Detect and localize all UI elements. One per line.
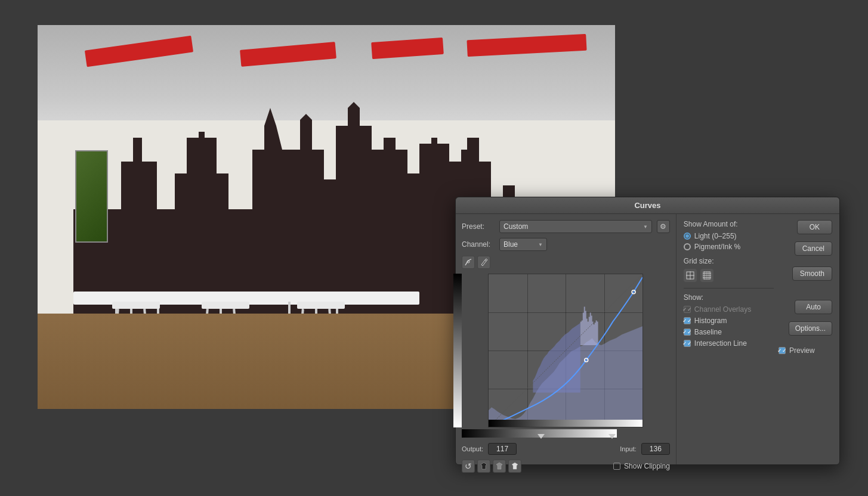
channel-dropdown[interactable]: Blue ▼	[499, 238, 547, 251]
white-point-eyedropper[interactable]	[508, 460, 521, 473]
show-label: Show:	[684, 293, 774, 302]
histogram-row: ✓ Histogram	[684, 317, 774, 325]
preview-label: Preview	[789, 346, 815, 355]
intersection-line-label: Intersection Line	[694, 339, 747, 348]
eyedropper-tools: ↺	[462, 460, 521, 473]
ok-button[interactable]: OK	[797, 220, 832, 234]
curve-tools	[462, 256, 490, 269]
input-gradient-bar	[489, 420, 642, 427]
channel-overlays-row: ✓ Channel Overlays	[684, 305, 774, 314]
channel-overlays-label: Channel Overlays	[694, 305, 751, 314]
grid-size-section: Grid size:	[684, 257, 774, 282]
curve-area	[462, 274, 670, 427]
histogram-svg	[489, 274, 642, 427]
chevron-down-icon-channel: ▼	[538, 242, 543, 247]
preset-value: Custom	[503, 222, 528, 231]
divider	[684, 288, 774, 289]
show-clipping-checkbox[interactable]	[613, 463, 620, 470]
dialog-titlebar: Curves	[456, 197, 839, 214]
show-clipping-label: Show Clipping	[624, 462, 670, 470]
bottom-tools: ↺ Show Clipping	[462, 460, 670, 473]
large-grid-icon[interactable]	[700, 269, 713, 282]
preview-checkbox[interactable]: ✓	[779, 347, 786, 354]
histogram-checkbox[interactable]: ✓	[684, 317, 691, 324]
grid-size-label: Grid size:	[684, 257, 774, 265]
cancel-button[interactable]: Cancel	[795, 241, 832, 256]
curve-tools-row	[462, 256, 670, 269]
gray-point-eyedropper[interactable]	[493, 460, 506, 473]
dialog-title: Curves	[634, 201, 660, 210]
output-gradient-bar	[453, 274, 462, 427]
pigment-radio-row: Pigment/Ink %	[684, 243, 774, 251]
curve-canvas[interactable]	[488, 274, 643, 427]
grid-size-icons	[684, 269, 774, 282]
output-label: Output:	[462, 445, 483, 452]
intersection-line-row: ✓ Intersection Line	[684, 339, 774, 348]
histogram-label: Histogram	[694, 317, 727, 325]
gear-button[interactable]: ⚙	[657, 220, 670, 233]
preset-label: Preset:	[462, 222, 495, 231]
right-buttons: OK Cancel Smooth Auto Options... ✓ Previ…	[779, 220, 832, 358]
smooth-button[interactable]: Smooth	[792, 266, 832, 281]
curves-dialog: Curves Preset: Custom ▼ ⚙ Channel: Blue …	[455, 197, 840, 465]
left-panel: Preset: Custom ▼ ⚙ Channel: Blue ▼	[456, 214, 676, 464]
input-input[interactable]: 136	[641, 443, 670, 455]
channel-overlays-checkbox[interactable]: ✓	[684, 306, 691, 313]
light-radio-button[interactable]	[684, 232, 691, 240]
channel-value: Blue	[503, 240, 518, 249]
show-clipping-row: Show Clipping	[613, 462, 670, 470]
show-amount-section: Show Amount of: Light (0–255) Pigment/In…	[684, 220, 774, 251]
chevron-down-icon: ▼	[643, 224, 648, 230]
light-radio-row: Light (0–255)	[684, 232, 774, 240]
output-row: Output: 117 Input: 136	[462, 443, 670, 455]
pigment-radio-label: Pigment/Ink %	[694, 243, 740, 251]
curve-point-tool[interactable]	[462, 256, 475, 269]
preset-row: Preset: Custom ▼ ⚙	[462, 220, 670, 233]
options-button[interactable]: Options...	[789, 321, 832, 336]
channel-row: Channel: Blue ▼	[462, 238, 670, 251]
light-radio-label: Light (0–255)	[694, 232, 737, 240]
wall-photo	[75, 150, 108, 243]
baseline-checkbox[interactable]: ✓	[684, 328, 691, 336]
intersection-line-checkbox[interactable]: ✓	[684, 340, 691, 347]
channel-label: Channel:	[462, 240, 495, 249]
black-point-eyedropper[interactable]	[477, 460, 490, 473]
pencil-tool[interactable]	[477, 256, 490, 269]
output-input[interactable]: 117	[488, 443, 517, 455]
baseline-row: ✓ Baseline	[684, 328, 774, 336]
pigment-radio-button[interactable]	[684, 243, 691, 250]
right-info: Show Amount of: Light (0–255) Pigment/In…	[684, 220, 774, 358]
right-panel-layout: Show Amount of: Light (0–255) Pigment/In…	[684, 220, 832, 358]
preview-row: ✓ Preview	[779, 346, 815, 355]
reset-tool[interactable]: ↺	[462, 460, 475, 473]
input-label: Input:	[620, 445, 637, 452]
baseline-label: Baseline	[694, 328, 722, 336]
show-amount-label: Show Amount of:	[684, 220, 774, 228]
small-grid-icon[interactable]	[684, 269, 697, 282]
input-slider[interactable]	[462, 429, 617, 438]
right-panel: Show Amount of: Light (0–255) Pigment/In…	[676, 214, 839, 464]
show-section: Show: ✓ Channel Overlays ✓ Histogram ✓ B…	[684, 293, 774, 348]
auto-button[interactable]: Auto	[795, 300, 832, 314]
preset-dropdown[interactable]: Custom ▼	[499, 220, 652, 233]
